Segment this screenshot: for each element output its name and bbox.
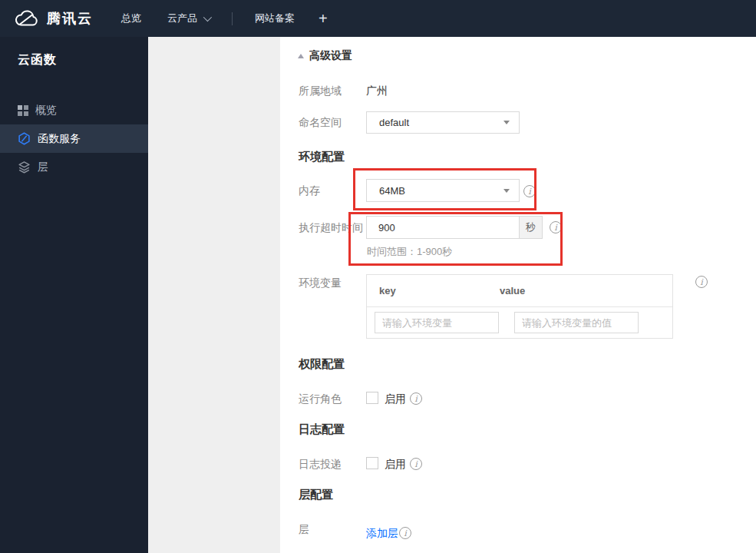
timeout-input[interactable] — [366, 216, 520, 239]
sidebar-item-function-service[interactable]: 函数服务 — [0, 124, 148, 153]
section-layer-config: 层配置 — [299, 488, 333, 502]
add-layer-link[interactable]: 添加层 — [366, 527, 398, 541]
section-perm-config: 权限配置 — [299, 357, 345, 372]
sidebar-item-label: 函数服务 — [38, 132, 81, 146]
region-label: 所属地域 — [299, 84, 342, 98]
sidebar-menu: 概览 函数服务 层 — [0, 96, 148, 181]
run-role-info-icon[interactable]: i — [410, 392, 422, 405]
nav-item-label: 云产品 — [167, 12, 197, 25]
sidebar-item-label: 层 — [38, 161, 48, 174]
memory-label: 内存 — [299, 184, 320, 198]
secondary-panel — [148, 37, 280, 553]
memory-info-icon[interactable]: i — [523, 185, 536, 197]
namespace-select[interactable]: default — [366, 111, 520, 134]
nav-item-label: 总览 — [121, 12, 141, 25]
timeout-unit-suffix[interactable]: 秒 — [520, 216, 543, 239]
run-role-enable-label: 启用 — [385, 392, 406, 406]
collapse-triangle-icon — [298, 54, 304, 58]
top-navbar: 腾讯云 总览 云产品 网站备案 + — [0, 0, 756, 37]
add-layer-info-icon[interactable]: i — [399, 527, 411, 539]
brand-name: 腾讯云 — [47, 9, 93, 28]
nav-item-icp-filing[interactable]: 网站备案 — [242, 0, 308, 37]
nav-items: 总览 云产品 网站备案 + — [108, 0, 338, 37]
env-vars-table: key value — [366, 274, 673, 339]
advanced-settings-label: 高级设置 — [309, 49, 352, 63]
log-delivery-info-icon[interactable]: i — [410, 458, 422, 470]
sidebar-title: 云函数 — [0, 37, 148, 68]
section-env-config: 环境配置 — [299, 150, 345, 164]
env-vars-header-row: key value — [367, 275, 672, 307]
main-content: 高级设置 所属地域 广州 命名空间 default 环境配置 内存 64MB i… — [280, 37, 756, 553]
advanced-settings-toggle[interactable]: 高级设置 — [298, 49, 352, 63]
dropdown-caret-icon — [503, 121, 510, 124]
env-vars-input-row — [367, 307, 672, 338]
namespace-selected-value: default — [379, 117, 409, 128]
env-key-header: key — [379, 285, 500, 296]
chevron-down-icon — [203, 13, 212, 22]
nav-item-label: 网站备案 — [255, 12, 295, 25]
sidebar-item-overview[interactable]: 概览 — [0, 96, 148, 124]
layer-label: 层 — [299, 523, 309, 537]
timeout-info-icon[interactable]: i — [550, 221, 562, 233]
dropdown-caret-icon — [503, 189, 510, 193]
run-role-enable-checkbox[interactable] — [366, 392, 378, 404]
env-key-input[interactable] — [375, 312, 499, 333]
env-value-header: value — [500, 285, 525, 296]
namespace-label: 命名空间 — [299, 116, 342, 130]
function-service-icon — [18, 132, 31, 145]
env-value-input[interactable] — [514, 312, 639, 333]
section-log-config: 日志配置 — [299, 422, 345, 437]
layers-icon — [18, 161, 31, 174]
region-value: 广州 — [366, 84, 388, 98]
timeout-label: 执行超时时间 — [299, 221, 363, 235]
log-delivery-label: 日志投递 — [299, 458, 342, 472]
memory-select[interactable]: 64MB — [366, 179, 520, 202]
env-vars-info-icon[interactable]: i — [695, 276, 708, 288]
timeout-input-group: 秒 — [366, 216, 543, 239]
timeout-hint: 时间范围：1-900秒 — [367, 245, 452, 259]
nav-divider — [232, 12, 233, 25]
sidebar: 云函数 概览 函数服务 层 — [0, 37, 148, 553]
run-role-label: 运行角色 — [299, 392, 342, 406]
add-tab-button[interactable]: + — [308, 0, 338, 37]
nav-item-overview[interactable]: 总览 — [108, 0, 154, 37]
sidebar-item-label: 概览 — [35, 104, 57, 118]
log-delivery-enable-checkbox[interactable] — [366, 457, 378, 469]
log-delivery-enable-label: 启用 — [385, 458, 406, 472]
memory-selected-value: 64MB — [379, 185, 405, 197]
nav-item-cloud-products[interactable]: 云产品 — [154, 0, 223, 37]
grid-icon — [18, 105, 28, 116]
tencent-cloud-logo-icon — [14, 9, 40, 28]
brand[interactable]: 腾讯云 — [14, 9, 93, 28]
env-vars-label: 环境变量 — [299, 276, 342, 290]
sidebar-item-layers[interactable]: 层 — [0, 153, 148, 181]
